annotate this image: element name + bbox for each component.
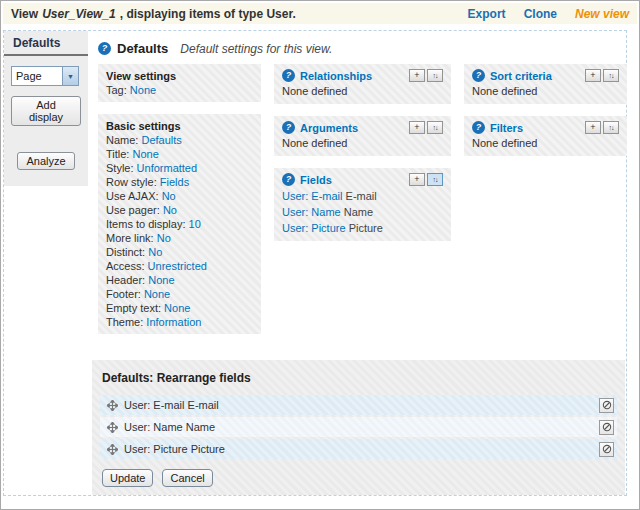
title-setting-link[interactable]: None [133, 148, 159, 160]
fields-actions: + ↑↓ [409, 173, 443, 186]
arguments-title-link[interactable]: Arguments [300, 122, 358, 134]
relationships-empty-text: None defined [282, 84, 443, 99]
field-link[interactable]: User: Name [282, 206, 341, 218]
rearrange-relationships-button[interactable]: ↑↓ [427, 69, 443, 82]
rearrange-form-title: Defaults: Rearrange fields [102, 371, 617, 385]
rearrange-row: User: Picture Picture [100, 439, 617, 459]
setting-label: Empty text: [106, 302, 161, 314]
setting-label: Use pager: [106, 204, 160, 216]
field-link[interactable]: User: Picture [282, 222, 346, 234]
cancel-button[interactable]: Cancel [162, 469, 212, 487]
setting-row: More link: No [106, 231, 253, 245]
chevron-down-icon: ▼ [62, 67, 78, 85]
rearrange-row-label: User: E-mail E-mail [124, 399, 219, 411]
add-argument-button[interactable]: + [409, 121, 425, 134]
settings-column-3: ? Sort criteria + ↑↓ None defined ? [464, 64, 627, 168]
new-view-link[interactable]: New view [575, 7, 629, 21]
export-link[interactable]: Export [468, 7, 506, 21]
remove-field-button[interactable] [599, 420, 614, 435]
more-link-setting-link[interactable]: No [157, 232, 171, 244]
display-heading: ? Defaults Default settings for this vie… [98, 41, 627, 56]
setting-label: Theme: [106, 316, 143, 328]
relationships-header: ? Relationships + ↑↓ [282, 69, 443, 82]
setting-label: Style: [106, 162, 134, 174]
tab-defaults[interactable]: Defaults [4, 31, 88, 56]
settings-column-2: ? Relationships + ↑↓ None defined ? [274, 64, 451, 253]
rearrange-sorts-button[interactable]: ↑↓ [603, 69, 619, 82]
arguments-box: ? Arguments + ↑↓ None defined [274, 116, 451, 156]
drag-handle-icon[interactable] [100, 400, 124, 411]
relationships-box: ? Relationships + ↑↓ None defined [274, 64, 451, 104]
sort-criteria-empty-text: None defined [472, 84, 619, 99]
filters-empty-text: None defined [472, 136, 619, 151]
drag-handle-icon[interactable] [100, 444, 124, 455]
clone-link[interactable]: Clone [524, 7, 557, 21]
setting-row: Title: None [106, 147, 253, 161]
basic-settings-box: Basic settings Name: Defaults Title: Non… [98, 114, 261, 334]
field-link[interactable]: User: E-mail [282, 190, 343, 202]
add-display-button[interactable]: Add display [11, 96, 81, 126]
distinct-setting-link[interactable]: No [148, 246, 162, 258]
help-icon[interactable]: ? [98, 42, 111, 55]
setting-label: Tag: [106, 84, 127, 96]
help-icon[interactable]: ? [282, 121, 295, 134]
remove-icon [602, 422, 612, 432]
items-to-display-setting-link[interactable]: 10 [189, 218, 201, 230]
style-setting-link[interactable]: Unformatted [137, 162, 198, 174]
page-title-prefix: View [11, 7, 38, 21]
row-style-setting-link[interactable]: Fields [160, 176, 189, 188]
add-relationship-button[interactable]: + [409, 69, 425, 82]
footer-setting-link[interactable]: None [144, 288, 170, 300]
fields-title-link[interactable]: Fields [300, 174, 332, 186]
add-field-button[interactable]: + [409, 173, 425, 186]
setting-label: Row style: [106, 176, 157, 188]
name-setting-link[interactable]: Defaults [141, 134, 181, 146]
setting-row: Style: Unformatted [106, 161, 253, 175]
rearrange-row: User: Name Name [100, 417, 617, 437]
display-description: Default settings for this view. [180, 42, 332, 56]
add-sort-button[interactable]: + [585, 69, 601, 82]
sort-criteria-title-link[interactable]: Sort criteria [490, 70, 552, 82]
rearrange-row-label: User: Name Name [124, 421, 215, 433]
display-title: Defaults [117, 41, 168, 56]
rearrange-row: User: E-mail E-mail [100, 395, 617, 415]
display-type-select[interactable]: Page ▼ [11, 66, 79, 86]
rearrange-arguments-button[interactable]: ↑↓ [427, 121, 443, 134]
theme-setting-link[interactable]: Information [146, 316, 201, 328]
analyze-button[interactable]: Analyze [17, 152, 74, 170]
empty-text-setting-link[interactable]: None [164, 302, 190, 314]
help-icon[interactable]: ? [282, 69, 295, 82]
remove-field-button[interactable] [599, 442, 614, 457]
help-icon[interactable]: ? [472, 121, 485, 134]
sort-criteria-actions: + ↑↓ [585, 69, 619, 82]
tag-setting-link[interactable]: None [130, 84, 156, 96]
drag-handle-icon[interactable] [100, 422, 124, 433]
field-label-suffix: Picture [349, 222, 383, 234]
remove-field-button[interactable] [599, 398, 614, 413]
display-tabs-panel: Defaults Page ▼ Add display Analyze [4, 31, 88, 186]
field-label-suffix: E-mail [346, 190, 377, 202]
field-item: User: Name Name [282, 204, 443, 220]
add-filter-button[interactable]: + [585, 121, 601, 134]
filters-actions: + ↑↓ [585, 121, 619, 134]
sort-criteria-header: ? Sort criteria + ↑↓ [472, 69, 619, 82]
update-button[interactable]: Update [102, 469, 153, 487]
setting-row: Header: None [106, 273, 253, 287]
rearrange-fields-button[interactable]: ↑↓ [427, 173, 443, 186]
view-settings-title: View settings [106, 69, 253, 83]
filters-title-link[interactable]: Filters [490, 122, 523, 134]
setting-row: Use AJAX: No [106, 189, 253, 203]
setting-row: Items to display: 10 [106, 217, 253, 231]
rearrange-filters-button[interactable]: ↑↓ [603, 121, 619, 134]
relationships-title-link[interactable]: Relationships [300, 70, 372, 82]
header-setting-link[interactable]: None [148, 274, 174, 286]
setting-row: Theme: Information [106, 315, 253, 329]
setting-row: Distinct: No [106, 245, 253, 259]
help-icon[interactable]: ? [282, 173, 295, 186]
help-icon[interactable]: ? [472, 69, 485, 82]
display-controls: Page ▼ Add display Analyze [4, 56, 88, 170]
use-pager-setting-link[interactable]: No [163, 204, 177, 216]
arguments-header: ? Arguments + ↑↓ [282, 121, 443, 134]
access-setting-link[interactable]: Unrestricted [148, 260, 207, 272]
use-ajax-setting-link[interactable]: No [162, 190, 176, 202]
